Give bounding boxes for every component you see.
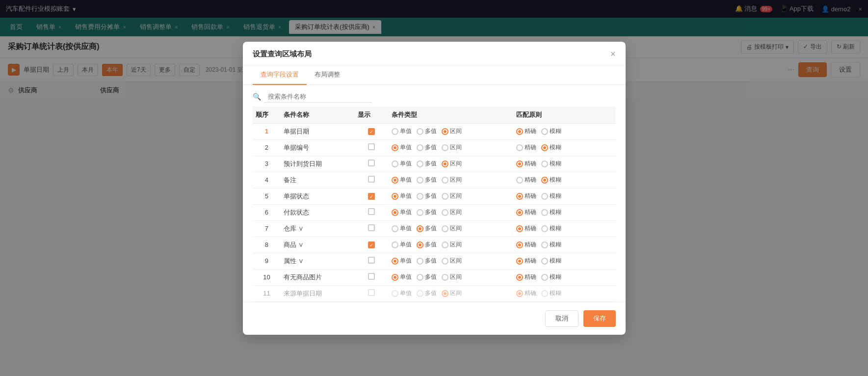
search-icon: 🔍 (253, 93, 261, 100)
dialog-header: 设置查询区域布局 × (243, 42, 626, 65)
dialog-title: 设置查询区域布局 (253, 50, 312, 59)
search-input[interactable] (264, 91, 372, 100)
dialog-tab-layout[interactable]: 布局调整 (307, 65, 348, 85)
modal-overlay: 设置查询区域布局 × 查询字段设置 布局调整 🔍 顺序 条件名称 (0, 0, 868, 99)
dialog-search-area: 🔍 (243, 85, 626, 100)
dialog-tab-query-fields[interactable]: 查询字段设置 (253, 65, 307, 85)
dialog-close-btn[interactable]: × (610, 50, 616, 58)
dialog-tabs: 查询字段设置 布局调整 (243, 65, 626, 85)
settings-dialog: 设置查询区域布局 × 查询字段设置 布局调整 🔍 顺序 条件名称 (243, 42, 626, 100)
